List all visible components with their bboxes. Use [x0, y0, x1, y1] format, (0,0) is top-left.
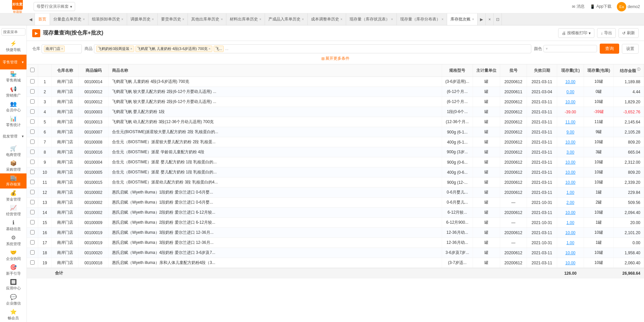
tab-close-2[interactable]: × — [121, 17, 123, 21]
product-tag-del-1[interactable]: × — [130, 47, 132, 51]
message-btn[interactable]: ✉ 消息 — [572, 4, 585, 9]
row-qty[interactable]: 2.00 — [557, 198, 584, 208]
sidebar-item-apps[interactable]: 🔲 应用中心 — [0, 277, 26, 292]
row-checkbox[interactable] — [30, 99, 35, 104]
row-qty[interactable]: 9.00 — [557, 127, 584, 137]
row-qty[interactable]: 10.00 — [557, 77, 584, 87]
tab-1[interactable]: 分量盘点单历史 × — [50, 13, 89, 25]
row-checkbox[interactable] — [30, 220, 35, 224]
select-all-checkbox[interactable] — [30, 68, 35, 72]
sidebar-item-vip[interactable]: ⭐ 畅会员 — [0, 307, 26, 322]
row-checkbox[interactable] — [30, 79, 35, 84]
row-qty[interactable]: 1.00 — [557, 218, 584, 228]
tab-9[interactable]: 现存量（库存状况表） × — [346, 13, 397, 25]
row-qty[interactable]: 10.00 — [557, 97, 584, 107]
app-download-btn[interactable]: 📱 App下载 — [590, 4, 611, 9]
tab-maximize[interactable]: ⊡ — [494, 13, 502, 25]
sidebar-item-member[interactable]: 👥 会员中心 — [0, 99, 26, 114]
color-input[interactable]: ▾ — [543, 45, 597, 52]
refresh-btn[interactable]: ↺ 刷新 — [619, 28, 639, 38]
sidebar-item-retail[interactable]: 零售管理 ▾ — [0, 55, 26, 69]
row-checkbox[interactable] — [30, 150, 35, 154]
print-btn[interactable]: 🖨 按模板打印 ▾ — [558, 28, 594, 38]
search-input[interactable] — [1, 28, 25, 36]
tab-5[interactable]: 其他出库单历史 × — [188, 13, 226, 25]
sidebar-toggle-btn[interactable]: ▶ — [32, 29, 40, 37]
row-checkbox[interactable] — [30, 200, 35, 204]
row-checkbox[interactable] — [30, 250, 35, 255]
row-qty[interactable]: 10.00 — [557, 258, 584, 268]
tab-close-6[interactable]: × — [259, 17, 261, 21]
sidebar-item-retail-stats[interactable]: 📊 零售统计 — [0, 114, 26, 129]
row-checkbox[interactable] — [30, 170, 35, 174]
tab-close-11[interactable]: × — [472, 17, 474, 21]
sidebar-item-purchase[interactable]: 📦 采购管理 — [0, 159, 26, 173]
sidebar-item-ecom[interactable]: 🛒 电商管理 — [0, 144, 26, 159]
tab-close-8[interactable]: × — [340, 17, 342, 21]
user-area[interactable]: Ea demo2 — [617, 2, 640, 11]
sidebar-item-basic[interactable]: ℹ 基础信息 — [0, 218, 26, 233]
tab-7[interactable]: 产成品入库单历史 × — [265, 13, 308, 25]
sidebar-item-inventory[interactable]: 🏬 库存核算 — [0, 173, 26, 188]
tab-3[interactable]: 调拨单历史 × — [127, 13, 158, 25]
warehouse-tag-del[interactable]: × — [61, 47, 63, 51]
sidebar-item-wechat[interactable]: 💬 企业微信 — [0, 292, 26, 307]
row-qty[interactable]: 0.00 — [557, 87, 584, 97]
tab-4[interactable]: 要货单历史 × — [158, 13, 188, 25]
sidebar-item-collab[interactable]: 🤝 企业协同 — [0, 248, 26, 263]
row-checkbox[interactable] — [30, 190, 35, 194]
row-qty[interactable]: 10.00 — [557, 248, 584, 258]
row-qty[interactable]: 11.00 — [557, 117, 584, 127]
row-checkbox[interactable] — [30, 89, 35, 94]
row-qty[interactable]: 10.00 — [557, 167, 584, 177]
row-checkbox[interactable] — [30, 140, 35, 144]
row-checkbox[interactable] — [30, 230, 35, 234]
tab-close-10[interactable]: × — [442, 17, 444, 21]
row-checkbox[interactable] — [30, 240, 35, 245]
warehouse-input[interactable]: 南岸门店 × — [42, 44, 82, 53]
row-checkbox[interactable] — [30, 260, 35, 265]
sidebar-item-guide[interactable]: 🎯 新手引导 — [0, 263, 26, 277]
sidebar-item-shop[interactable]: 🏪 零售商城 — [0, 69, 26, 84]
sidebar-item-ops[interactable]: 📈 经营管理 — [0, 203, 26, 218]
row-checkbox[interactable] — [30, 210, 35, 214]
tab-8[interactable]: 成本调整单历史 × — [308, 13, 346, 25]
product-input[interactable]: 飞鹤奶粉3段两提装 × 飞鹤星飞帆 儿童奶粉 4段(3-6岁适用) 700克 ×… — [94, 44, 531, 53]
row-qty[interactable]: 1.00 — [557, 238, 584, 248]
row-qty[interactable]: 10.00 — [557, 177, 584, 187]
tab-nav-prev[interactable]: ◀ — [27, 13, 35, 25]
tab-close-5[interactable]: × — [221, 17, 223, 21]
expand-conditions-btn[interactable]: ⊞ 展开更多条件 — [321, 56, 350, 61]
row-qty[interactable]: 10.00 — [557, 157, 584, 167]
tab-6[interactable]: 材料出库单历史 × — [226, 13, 265, 25]
export-btn[interactable]: ↓ 导出 — [597, 28, 616, 38]
sidebar-item-system[interactable]: ⚙ 系统管理 — [0, 233, 26, 248]
row-checkbox[interactable] — [30, 129, 35, 134]
row-qty[interactable]: 10.00 — [557, 208, 584, 218]
row-checkbox[interactable] — [30, 119, 35, 124]
row-checkbox[interactable] — [30, 109, 35, 114]
row-checkbox[interactable] — [30, 180, 35, 184]
sidebar-item-finance[interactable]: 💰 资金管理 — [0, 189, 26, 203]
row-checkbox[interactable] — [30, 160, 35, 164]
product-tag-del-2[interactable]: × — [208, 47, 210, 51]
tab-2[interactable]: 组装拆卸单历史 × — [89, 13, 127, 25]
row-qty[interactable]: 3.00 — [557, 147, 584, 157]
product-ellipsis[interactable]: ... — [225, 46, 228, 51]
warehouse-selector[interactable]: 母婴行业演示账套 ▾ — [34, 2, 75, 11]
sidebar-item-quicknav[interactable]: ⚡ 快捷导航 — [0, 38, 26, 54]
tab-home[interactable]: 首页 — [35, 13, 50, 25]
tab-close-all[interactable]: × — [486, 13, 494, 25]
tab-10[interactable]: 现存量（库存分布表） × — [397, 13, 447, 25]
tab-close-1[interactable]: × — [83, 17, 85, 21]
tab-nav-next[interactable]: ▶ — [478, 13, 486, 25]
row-qty[interactable]: 1.00 — [557, 187, 584, 198]
tab-close-7[interactable]: × — [302, 17, 304, 21]
tab-11-active[interactable]: 库存批次账 × — [447, 13, 478, 25]
tab-close-3[interactable]: × — [152, 17, 154, 21]
sidebar-item-wholesale[interactable]: 批发管理 ▾ — [0, 129, 26, 144]
row-qty[interactable]: 10.00 — [557, 228, 584, 238]
row-qty[interactable]: 10.00 — [557, 137, 584, 147]
tab-close-9[interactable]: × — [391, 17, 393, 21]
settings-btn[interactable]: 设置 — [622, 44, 639, 54]
